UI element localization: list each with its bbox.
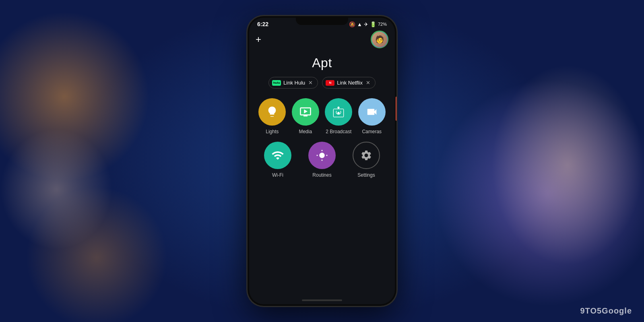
- chip-hulu[interactable]: hulu Link Hulu ✕: [268, 77, 318, 89]
- wifi-icon: [271, 149, 284, 162]
- battery-icon: 🔋: [370, 21, 376, 27]
- settings-icon: [360, 149, 372, 161]
- phone-wrapper: 6:22 🔕 ▲ ✈ 🔋 72% + 🧑 Apt: [248, 16, 396, 306]
- media-icon: [299, 106, 312, 118]
- hand-left-decoration: [0, 129, 113, 250]
- avatar-image: 🧑: [372, 32, 387, 47]
- broadcast-icon: [332, 105, 345, 118]
- cameras-label: Cameras: [362, 129, 382, 134]
- routines-circle: [308, 142, 336, 169]
- media-circle: [292, 98, 319, 126]
- watermark: 9TO5Google: [580, 306, 632, 316]
- status-icons: 🔕 ▲ ✈ 🔋 72%: [349, 21, 387, 27]
- battery-percent: 72%: [378, 22, 387, 27]
- wifi-button[interactable]: Wi-Fi: [256, 142, 300, 178]
- lights-icon: [266, 105, 279, 118]
- add-button[interactable]: +: [256, 35, 261, 44]
- wifi-circle: [264, 142, 291, 169]
- mute-icon: 🔕: [349, 21, 355, 27]
- media-label: Media: [299, 129, 312, 134]
- grid-row-1: Lights Media: [256, 98, 388, 134]
- routines-button[interactable]: Routines: [300, 142, 344, 178]
- broadcast-circle: [325, 98, 352, 126]
- airplane-icon: ✈: [364, 21, 368, 27]
- grid-row-2: Wi-Fi R: [256, 142, 388, 178]
- cameras-circle: [358, 98, 386, 126]
- phone-notch: [296, 16, 348, 25]
- broadcast-button[interactable]: 2 Broadcast: [322, 98, 355, 134]
- settings-button[interactable]: Settings: [344, 142, 388, 178]
- svg-point-0: [321, 154, 323, 156]
- top-bar: + 🧑: [249, 29, 395, 52]
- chip-netflix[interactable]: N Link Netflix ✕: [322, 77, 376, 89]
- hulu-logo: hulu: [272, 80, 281, 86]
- chip-netflix-close[interactable]: ✕: [366, 80, 370, 86]
- wifi-label: Wi-Fi: [272, 172, 283, 178]
- settings-label: Settings: [357, 172, 375, 178]
- lights-label: Lights: [266, 129, 279, 134]
- broadcast-label: 2 Broadcast: [326, 129, 351, 134]
- chip-hulu-label: Link Hulu: [283, 80, 305, 86]
- content-area: Apt hulu Link Hulu ✕ N Link Netflix ✕: [249, 52, 395, 299]
- media-button[interactable]: Media: [289, 98, 322, 134]
- netflix-logo: N: [326, 80, 334, 86]
- hand-right-decoration: [491, 64, 644, 266]
- chip-netflix-label: Link Netflix: [337, 80, 363, 86]
- routines-icon: [316, 149, 328, 162]
- status-time: 6:22: [257, 21, 268, 27]
- lights-button[interactable]: Lights: [256, 98, 289, 134]
- chip-hulu-close[interactable]: ✕: [308, 80, 313, 86]
- cameras-button[interactable]: Cameras: [355, 98, 389, 134]
- bottom-home-indicator: [302, 299, 342, 301]
- lights-circle: [258, 98, 286, 126]
- settings-circle: [353, 142, 380, 169]
- routines-label: Routines: [312, 172, 331, 178]
- phone-screen: 6:22 🔕 ▲ ✈ 🔋 72% + 🧑 Apt: [249, 18, 395, 304]
- cameras-icon: [366, 106, 378, 118]
- home-title: Apt: [312, 56, 332, 70]
- avatar[interactable]: 🧑: [371, 31, 388, 48]
- wifi-icon: ▲: [357, 21, 362, 27]
- chips-row: hulu Link Hulu ✕ N Link Netflix ✕: [268, 77, 376, 89]
- phone-frame: 6:22 🔕 ▲ ✈ 🔋 72% + 🧑 Apt: [248, 16, 396, 306]
- power-button: [396, 97, 396, 121]
